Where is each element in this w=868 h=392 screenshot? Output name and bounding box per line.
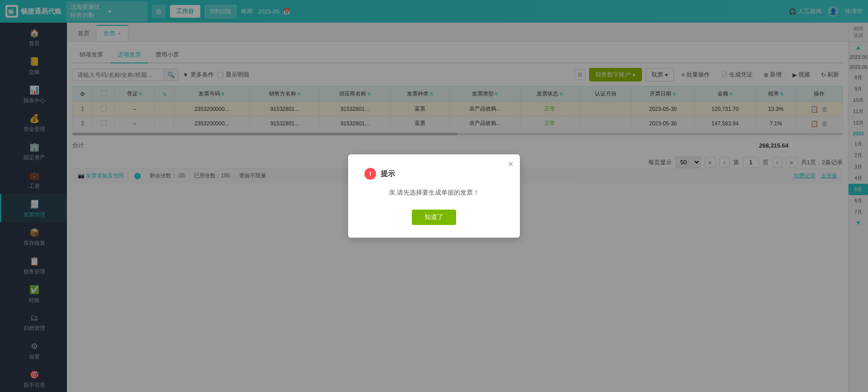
modal-footer: 知道了 (364, 210, 504, 225)
modal-title: 提示 (381, 169, 395, 179)
modal-warn-icon: ! (364, 168, 376, 180)
modal-confirm-button[interactable]: 知道了 (412, 210, 456, 225)
modal-body: 亲,请先选择要生成单据的发票！ (364, 189, 504, 197)
modal-close-button[interactable]: ✕ (508, 160, 514, 168)
modal-title-row: ! 提示 (364, 168, 504, 180)
modal-overlay[interactable]: ✕ ! 提示 亲,请先选择要生成单据的发票！ 知道了 (0, 0, 868, 392)
modal-box: ✕ ! 提示 亲,请先选择要生成单据的发票！ 知道了 (348, 154, 520, 238)
modal-message: 亲,请先选择要生成单据的发票！ (389, 189, 479, 196)
